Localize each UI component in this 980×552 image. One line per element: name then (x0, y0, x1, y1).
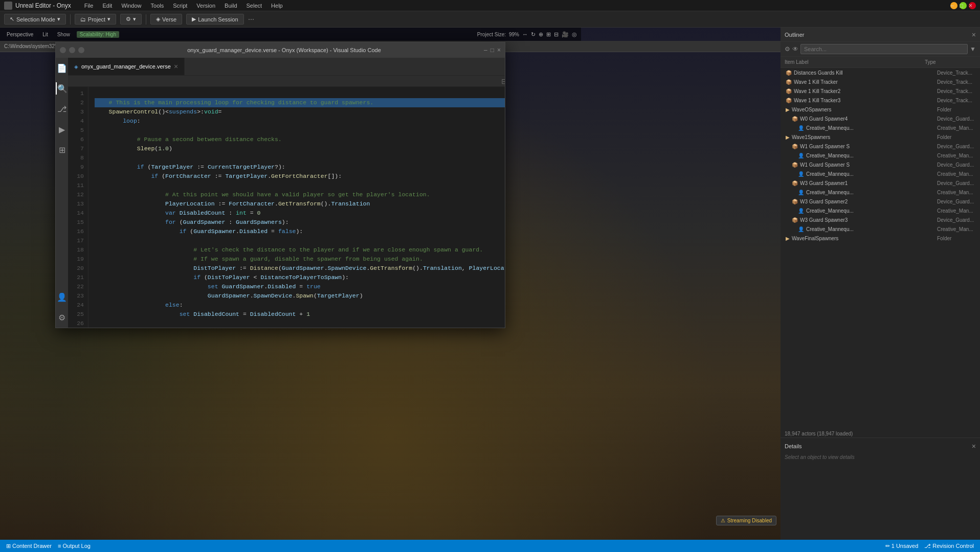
outliner-visibility-icon[interactable]: 👁 (792, 45, 798, 53)
output-log-label: Output Log (62, 543, 90, 549)
selection-mode-button[interactable]: ↖ Selection Mode ▾ (4, 14, 66, 25)
list-item[interactable]: 📦 W1 Guard Spawner S Device_Guard... (781, 160, 980, 169)
scale-icon[interactable]: ⊕ (539, 31, 543, 38)
vscode-window: × – □ onyx_guard_manager_device.verse - … (55, 42, 505, 328)
app-icon (4, 2, 12, 10)
list-item[interactable]: 👤 Creative_Mannequ... Creative_Man... (781, 151, 980, 160)
close-button[interactable]: × (969, 2, 976, 9)
activity-git-icon[interactable]: ⎇ (56, 103, 68, 115)
more-options-icon[interactable]: ⋯ (248, 16, 254, 23)
item-icon: 👤 (798, 125, 804, 131)
outliner-filter-icon[interactable]: ▼ (970, 45, 976, 53)
folder-icon: ▶ (786, 107, 790, 112)
output-log-button[interactable]: ≡ Output Log (56, 543, 93, 549)
outliner-close-icon[interactable]: × (972, 31, 976, 39)
code-editor[interactable]: 12345 678910 1112131415 1617181920 21222… (68, 87, 505, 328)
streaming-label: Streaming Disabled (727, 518, 772, 523)
activity-files-icon[interactable]: 📄 (56, 62, 68, 74)
menu-file[interactable]: File (80, 2, 98, 10)
toolbar-separator-1 (70, 14, 71, 25)
list-item[interactable]: 📦 W0 Guard Spawner4 Device_Guard... (781, 114, 980, 123)
actor-count: 18,947 actors (18,947 loaded) (781, 430, 980, 438)
menu-version[interactable]: Version (192, 2, 219, 10)
verse-button[interactable]: ◈ Verse (150, 14, 182, 25)
code-line-25: set DisabledCount = DisabledCount + 1 (95, 310, 505, 319)
camera-speed-icon[interactable]: 🎥 (562, 31, 569, 38)
minimize-button[interactable]: – (950, 2, 957, 9)
list-item[interactable]: 📦 W1 Guard Spawner S Device_Guard... (781, 142, 980, 151)
vscode-close-btn[interactable]: × (60, 47, 66, 53)
menu-tools[interactable]: Tools (147, 2, 168, 10)
code-line-9: if (TargetPlayer := CurrentTargetPlayer?… (95, 163, 505, 172)
list-item[interactable]: ▶ Wave1Spawners Folder (781, 132, 980, 142)
code-line-18: # Let's check the distance to the player… (95, 245, 505, 255)
list-item[interactable]: 📦 Wave 1 Kill Tracker2 Device_Track... (781, 86, 980, 96)
menu-window[interactable]: Window (117, 2, 145, 10)
list-item[interactable]: 👤 Creative_Mannequ... Creative_Man... (781, 224, 980, 234)
menu-edit[interactable]: Edit (98, 2, 116, 10)
item-icon: 👤 (798, 171, 804, 177)
activity-account-icon[interactable]: 👤 (56, 291, 68, 303)
outliner-settings-icon[interactable]: ⚙ (785, 45, 790, 53)
code-line-20: DistToPlayer := Distance(GuardSpawner.Sp… (95, 264, 505, 273)
app-title: Unreal Editor - Onyx (15, 2, 71, 9)
outliner-search-input[interactable] (800, 44, 968, 54)
grid-snap-icon[interactable]: ⊟ (554, 31, 559, 38)
content-drawer-button[interactable]: ⊞ Content Drawer (4, 543, 54, 549)
list-item[interactable]: 📦 Wave 1 Kill Tracker Device_Track... (781, 77, 980, 86)
perspective-button[interactable]: Perspective (4, 31, 36, 38)
details-close-icon[interactable]: × (972, 442, 976, 450)
activity-extensions-icon[interactable]: ⊞ (56, 144, 68, 156)
list-item[interactable]: ▶ WaveOSpawners Folder (781, 105, 980, 114)
launch-icon: ▶ (192, 16, 196, 22)
list-item[interactable]: 📦 W3 Guard Spawner3 Device_Guard... (781, 215, 980, 224)
details-header: Details × (785, 442, 976, 450)
menu-build[interactable]: Build (220, 2, 241, 10)
split-editor-icon[interactable]: ⊟ (501, 77, 505, 85)
activity-debug-icon[interactable]: ▶ (56, 123, 68, 135)
activity-search-icon[interactable]: 🔍 (56, 82, 68, 95)
list-item[interactable]: 👤 Creative_Mannequ... Creative_Man... (781, 188, 980, 197)
build-extra-button[interactable]: ⚙ ▾ (120, 14, 142, 25)
list-item[interactable]: 👤 Creative_Mannequ... Creative_Man... (781, 169, 980, 178)
vscode-title: onyx_guard_manager_device.verse - Onyx (… (88, 47, 480, 53)
menu-help[interactable]: Help (267, 2, 287, 10)
code-line-13: PlayerLocation := FortCharacter.GetTrans… (95, 199, 505, 209)
maximize-button[interactable]: □ (960, 2, 967, 9)
surface-snapping-icon[interactable]: ⊞ (546, 31, 551, 38)
launch-session-button[interactable]: ▶ Launch Session (186, 14, 243, 25)
show-button[interactable]: Show (55, 31, 73, 38)
activity-settings-icon[interactable]: ⚙ (56, 311, 68, 324)
vscode-minimize-win-icon[interactable]: – (484, 47, 487, 54)
unsaved-indicator[interactable]: ✏ 1 Unsaved (883, 543, 921, 549)
list-item[interactable]: 👤 Creative_Mannequ... Creative_Man... (781, 123, 980, 132)
list-item[interactable]: 👤 Creative_Mannequ... Creative_Man... (781, 206, 980, 215)
tab-close-icon[interactable]: × (174, 62, 178, 71)
revision-control-button[interactable]: ⎇ Revision Control (922, 543, 976, 549)
translate-icon[interactable]: ↔ (522, 31, 528, 37)
outliner-type-column: Type (925, 59, 976, 65)
menu-script[interactable]: Script (169, 2, 191, 10)
vscode-max-btn[interactable]: □ (78, 47, 84, 53)
menu-select[interactable]: Select (242, 2, 266, 10)
status-right: ✏ 1 Unsaved ⎇ Revision Control (883, 543, 976, 549)
rotate-icon[interactable]: ↻ (531, 31, 536, 38)
vscode-min-btn[interactable]: – (69, 47, 75, 53)
vscode-tab-active[interactable]: ◈ onyx_guard_manager_device.verse × (68, 58, 185, 75)
lit-button[interactable]: Lit (40, 31, 51, 38)
vr-icon[interactable]: ◎ (572, 31, 577, 38)
list-item[interactable]: 📦 W3 Guard Spawner1 Device_Guard... (781, 178, 980, 188)
vscode-close-win-icon[interactable]: × (497, 47, 501, 54)
list-item[interactable]: 📦 Distances Guards Kill Device_Track... (781, 68, 980, 77)
outliner-columns: Item Label Type (781, 57, 980, 68)
list-item[interactable]: 📦 W3 Guard Spawner2 Device_Guard... (781, 197, 980, 206)
project-button[interactable]: 🗂 Project ▾ (75, 14, 116, 25)
code-content: # This is the main processing loop for c… (88, 87, 505, 328)
streaming-disabled-badge: ⚠ Streaming Disabled (716, 516, 776, 525)
vscode-maximize-win-icon[interactable]: □ (491, 47, 494, 54)
list-item[interactable]: ▶ WaveFinalSpawners Folder (781, 234, 980, 243)
viewport[interactable]: Perspective Lit Show Scalability: High P… (0, 28, 781, 540)
unsaved-label: 1 Unsaved (892, 543, 919, 549)
list-item[interactable]: 📦 Wave 1 Kill Tracker3 Device_Track... (781, 96, 980, 105)
scalability-badge[interactable]: Scalability: High (77, 31, 119, 38)
